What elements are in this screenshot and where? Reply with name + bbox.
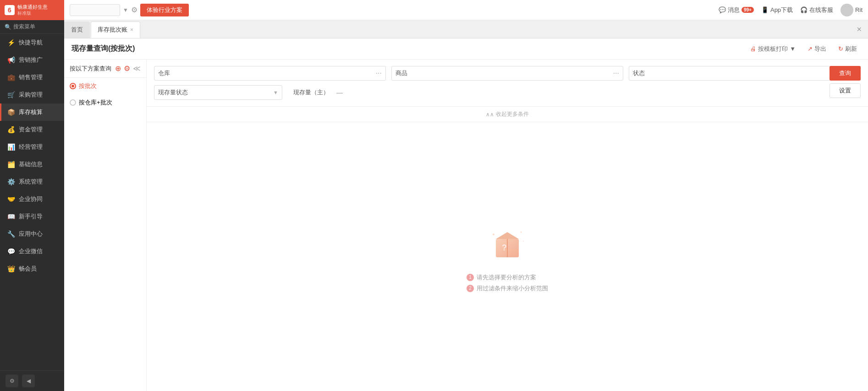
export-btn[interactable]: ↗ 导出: [804, 43, 830, 55]
warehouse-label: 仓库: [158, 69, 170, 77]
content-area: 按以下方案查询 ⊕ ⚙ ≪ 按批次 按仓库+批次: [64, 60, 868, 391]
sidebar-item-purchase[interactable]: 🛒 采购管理: [0, 86, 64, 103]
sidebar-item-basic-info-label: 基础信息: [19, 160, 43, 168]
basic-info-icon: 🗂️: [7, 160, 15, 168]
stock-status-select[interactable]: 现存量状态 ▼: [154, 85, 282, 100]
tip-text-2: 用过滤条件来缩小分析范围: [477, 284, 548, 293]
filter-area: 仓库 ··· 商品 ··· 状态 ▼ 查询 设置: [147, 60, 868, 107]
goods-field[interactable]: 商品 ···: [391, 66, 623, 81]
sidebar-item-basic-info[interactable]: 🗂️ 基础信息: [0, 156, 64, 173]
sidebar-item-marketing-label: 营销推广: [19, 56, 43, 64]
search-menu-item[interactable]: 🔍 搜索菜单: [0, 20, 64, 34]
sidebar-item-marketing[interactable]: 📢 营销推广: [0, 51, 64, 69]
sidebar-item-member-label: 畅会员: [19, 265, 37, 273]
query-button[interactable]: 查询: [830, 66, 861, 81]
app-download-item[interactable]: 📱 App下载: [761, 6, 793, 14]
print-dropdown-icon: ▼: [790, 45, 796, 52]
newbie-icon: 📖: [7, 212, 15, 221]
topbar-search-input[interactable]: [70, 4, 120, 16]
message-item[interactable]: 💬 消息 99+: [719, 6, 754, 14]
scheme-item-batch[interactable]: 按批次: [64, 78, 146, 94]
refresh-btn[interactable]: ↻ 刷新: [835, 43, 861, 55]
tab-home[interactable]: 首页: [64, 22, 90, 38]
app-download-label: App下载: [770, 6, 793, 14]
goods-input[interactable]: [407, 70, 611, 77]
sidebar: 6 畅康通好生意 标准版 🔍 搜索菜单 ⚡ 快捷导航 📢 营销推广 💼 销售管理…: [0, 0, 64, 391]
sidebar-item-management[interactable]: 📊 经营管理: [0, 138, 64, 156]
sidebar-item-app-center[interactable]: 🔧 应用中心: [0, 225, 64, 243]
export-icon: ↗: [808, 45, 813, 52]
filter-settings-button[interactable]: 设置: [830, 83, 861, 98]
refresh-label: 刷新: [845, 45, 857, 53]
left-panel-actions: ⊕ ⚙ ≪: [115, 64, 141, 73]
sidebar-item-system-label: 系统管理: [19, 178, 43, 186]
online-service-item[interactable]: 🎧 在线客服: [800, 6, 833, 14]
svg-point-5: [521, 231, 522, 233]
settings-footer-btn[interactable]: ⚙: [5, 375, 18, 387]
marketing-icon: 📢: [7, 56, 15, 64]
left-panel-header: 按以下方案查询 ⊕ ⚙ ≪: [64, 60, 146, 78]
topbar: ▼ ⚙ 体验行业方案 💬 消息 99+ 📱 App下载 🎧 在线客服 Rit: [64, 0, 868, 20]
topbar-gear-icon[interactable]: ⚙: [131, 5, 137, 14]
close-all-tabs-btn[interactable]: ×: [857, 24, 862, 34]
sidebar-item-inventory-label: 库存核算: [19, 108, 43, 116]
tabs-bar: 首页 库存批次账 × ×: [64, 20, 868, 38]
filter-row-1: 仓库 ··· 商品 ··· 状态 ▼ 查询 设置: [154, 66, 861, 81]
sidebar-nav: ⚡ 快捷导航 📢 营销推广 💼 销售管理 🛒 采购管理 📦 库存核算 💰 资金管…: [0, 34, 64, 370]
app-version: 标准版: [17, 10, 48, 16]
sidebar-item-enterprise[interactable]: 🤝 企业协同: [0, 190, 64, 208]
sidebar-item-quick-nav-label: 快捷导航: [19, 38, 43, 47]
finance-icon: 💰: [7, 125, 15, 134]
scheme-warehouse-batch-label: 按仓库+批次: [79, 98, 112, 107]
scheme-settings-icon[interactable]: ⚙: [124, 64, 130, 73]
svg-text:?: ?: [502, 243, 507, 252]
print-btn[interactable]: 🖨 按模板打印 ▼: [747, 43, 799, 55]
collapse-sidebar-btn[interactable]: ◀: [22, 375, 35, 387]
trial-btn[interactable]: 体验行业方案: [140, 4, 189, 16]
collapse-left-panel-icon[interactable]: ≪: [133, 64, 141, 73]
tab-close-icon[interactable]: ×: [130, 27, 133, 33]
sidebar-item-newbie[interactable]: 📖 新手引导: [0, 208, 64, 225]
sidebar-item-enterprise-label: 企业协同: [19, 195, 43, 203]
topbar-dropdown-icon[interactable]: ▼: [123, 7, 128, 13]
refresh-icon: ↻: [838, 45, 843, 52]
sidebar-item-system[interactable]: ⚙️ 系统管理: [0, 173, 64, 190]
sidebar-item-finance[interactable]: 💰 资金管理: [0, 121, 64, 138]
scheme-item-warehouse-batch[interactable]: 按仓库+批次: [64, 94, 146, 111]
main-area: ▼ ⚙ 体验行业方案 💬 消息 99+ 📱 App下载 🎧 在线客服 Rit: [64, 0, 868, 391]
tab-inventory-batch-label: 库存批次账: [98, 26, 127, 34]
goods-label: 商品: [396, 69, 407, 77]
sidebar-item-sales-label: 销售管理: [19, 73, 43, 81]
sidebar-item-member[interactable]: 👑 畅会员: [0, 260, 64, 277]
app-download-icon: 📱: [761, 6, 769, 13]
message-badge: 99+: [742, 7, 754, 13]
sidebar-item-wechat[interactable]: 💬 企业微信: [0, 243, 64, 260]
sidebar-item-quick-nav[interactable]: ⚡ 快捷导航: [0, 34, 64, 51]
add-scheme-btn[interactable]: ⊕: [115, 64, 121, 73]
topbar-right: 💬 消息 99+ 📱 App下载 🎧 在线客服 Rit: [719, 4, 863, 16]
sidebar-header: 6 畅康通好生意 标准版: [0, 0, 64, 20]
stock-qty-label: 现存量（主）: [293, 88, 329, 97]
goods-more-icon[interactable]: ···: [613, 69, 619, 77]
status-label: 状态: [633, 69, 849, 77]
tab-home-label: 首页: [71, 26, 83, 34]
scheme-batch-label: 按批次: [79, 82, 97, 90]
warehouse-field[interactable]: 仓库 ···: [154, 66, 386, 81]
collapse-up-icon: ∧∧: [486, 111, 494, 118]
topbar-left: ▼ ⚙ 体验行业方案: [70, 4, 715, 16]
search-menu-label: 搜索菜单: [13, 23, 35, 31]
enterprise-icon: 🤝: [7, 195, 15, 203]
status-select[interactable]: 状态 ▼: [629, 66, 861, 81]
sidebar-item-inventory[interactable]: 📦 库存核算: [0, 103, 64, 121]
right-panel: 仓库 ··· 商品 ··· 状态 ▼ 查询 设置: [147, 60, 868, 391]
message-icon: 💬: [719, 6, 726, 13]
collapse-row[interactable]: ∧∧ 收起更多条件: [147, 107, 868, 122]
sidebar-item-sales[interactable]: 💼 销售管理: [0, 69, 64, 86]
warehouse-input[interactable]: [170, 70, 374, 77]
tip-num-1: 1: [467, 274, 474, 281]
warehouse-more-icon[interactable]: ···: [376, 69, 382, 77]
user-item[interactable]: Rit: [841, 4, 863, 16]
left-panel-title: 按以下方案查询: [70, 65, 111, 73]
tab-inventory-batch[interactable]: 库存批次账 ×: [91, 22, 140, 38]
online-service-label: 在线客服: [809, 6, 833, 14]
